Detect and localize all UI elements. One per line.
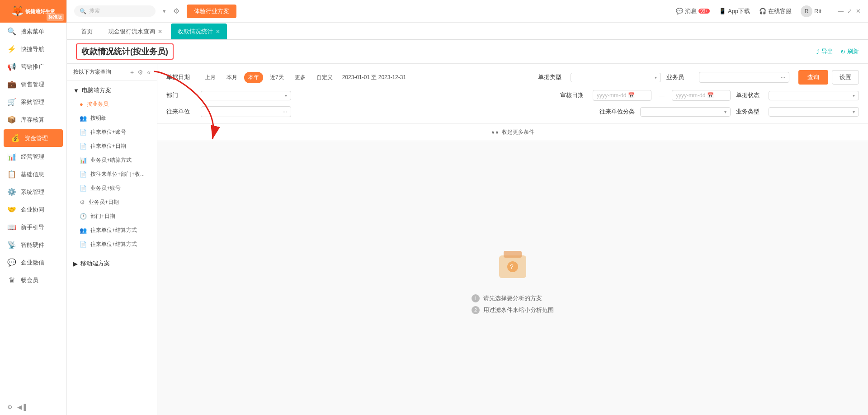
- schema-item-unit-dept[interactable]: 📄 按往来单位+部门+收...: [67, 167, 157, 181]
- tab-bar: 首页 现金银行流水查询 ✕ 收款情况统计 ✕: [67, 23, 868, 40]
- tab-receipts[interactable]: 收款情况统计 ✕: [171, 24, 227, 39]
- sidebar-item-label: 系统管理: [21, 188, 44, 196]
- sidebar-item-quicknav[interactable]: ⚡ 快捷导航: [0, 40, 66, 58]
- refresh-btn[interactable]: ↻ 刷新: [840, 47, 859, 56]
- page-title: 收款情况统计(按业务员): [76, 43, 174, 60]
- schema-item-unit-payment1[interactable]: 👥 往来单位+结算方式: [67, 223, 157, 237]
- tab-cashflow-close[interactable]: ✕: [158, 28, 162, 35]
- mobile-schema-title[interactable]: ▶ 移动端方案: [67, 257, 157, 270]
- sidebar-item-label: 销售管理: [21, 80, 44, 89]
- lightning-icon: ⚡: [7, 45, 16, 53]
- messages-btn[interactable]: 💬 消息 99+: [676, 7, 710, 15]
- setting-btn[interactable]: 设置: [832, 70, 859, 85]
- app-download-btn[interactable]: 📱 App下载: [719, 7, 750, 15]
- tab-cashflow[interactable]: 现金银行流水查询 ✕: [101, 24, 169, 39]
- main-area: 🔍 搜索 ▾ ⚙ 体验行业方案 💬 消息 99+ 📱 App下载 🎧 在线客服 …: [67, 0, 868, 415]
- sidebar-settings-icon[interactable]: ⚙: [7, 404, 13, 410]
- sidebar-item-sales[interactable]: 💼 销售管理: [0, 75, 66, 93]
- expand-icon: ▼: [73, 87, 79, 94]
- sidebar-item-enterprise[interactable]: 🤝 企业协同: [0, 201, 66, 218]
- schema-item-sales-payment[interactable]: 📊 业务员+结算方式: [67, 153, 157, 167]
- version-badge: 标准版: [47, 14, 64, 21]
- topbar-gear-icon[interactable]: ⚙: [173, 7, 179, 15]
- schema-item-label: 业务员+结算方式: [90, 156, 132, 164]
- sidebar-item-purchase[interactable]: 🛒 采购管理: [0, 93, 66, 111]
- sidebar-item-member[interactable]: ♛ 畅会员: [0, 271, 66, 289]
- schema-item-sales-account[interactable]: 📄 业务员+账号: [67, 181, 157, 195]
- sidebar-item-inventory[interactable]: 📦 库存核算: [0, 111, 66, 128]
- counterpart-category-select[interactable]: ▾: [640, 107, 731, 117]
- schema-settings-btn[interactable]: ⚙: [137, 69, 143, 76]
- schema-item-detail[interactable]: 👥 按明细: [67, 111, 157, 125]
- schema-item-unit-payment2[interactable]: 📄 往来单位+结算方式: [67, 237, 157, 251]
- schema-item-label: 按业务员: [87, 100, 108, 108]
- more-dates-btn[interactable]: 更多: [291, 72, 310, 83]
- sidebar-item-basics[interactable]: 📋 基础信息: [0, 165, 66, 183]
- this-month-btn[interactable]: 本月: [222, 72, 241, 83]
- schema-item-label: 往来单位+账号: [90, 128, 126, 136]
- maximize-icon[interactable]: ⤢: [847, 8, 852, 14]
- left-panel-title: 按以下方案查询: [73, 68, 127, 76]
- sidebar-item-marketing[interactable]: 📢 营销推广: [0, 58, 66, 75]
- collapse-bar[interactable]: ∧∧ 收起更多条件: [157, 124, 868, 141]
- this-year-btn[interactable]: 本年: [244, 72, 263, 83]
- app-download-label: App下载: [728, 7, 750, 15]
- sidebar-item-search[interactable]: 🔍 搜索菜单: [0, 23, 66, 40]
- enterprise-icon: 🤝: [7, 205, 16, 214]
- sidebar-item-operations[interactable]: 📊 经营管理: [0, 148, 66, 165]
- tab-home[interactable]: 首页: [74, 24, 99, 39]
- query-btn[interactable]: 查询: [798, 70, 828, 85]
- trial-btn[interactable]: 体验行业方案: [187, 5, 236, 18]
- department-select[interactable]: ▾: [201, 91, 291, 100]
- schema-item-unit-account[interactable]: 📄 往来单位+账号: [67, 125, 157, 139]
- sidebar-collapse-icon[interactable]: ◀▐: [17, 404, 26, 410]
- sidebar-item-guide[interactable]: 📖 新手引导: [0, 218, 66, 236]
- last-7days-btn[interactable]: 近7天: [266, 72, 288, 83]
- topbar-dropdown-icon[interactable]: ▾: [163, 8, 166, 14]
- review-date-to[interactable]: yyyy-mm-dd 📅: [672, 90, 731, 101]
- review-date-from[interactable]: yyyy-mm-dd 📅: [593, 90, 651, 101]
- business-type-select[interactable]: ▾: [769, 107, 859, 117]
- user-avatar[interactable]: R Rit: [801, 5, 821, 17]
- voucher-type-select[interactable]: ▾: [571, 73, 661, 82]
- schema-item-dept-date[interactable]: 🕐 部门+日期: [67, 209, 157, 223]
- date-range-display: 2023-01-01 至 2023-12-31: [342, 74, 406, 81]
- body-area: 按以下方案查询 + ⚙ « ▼ 电脑端方案 ● 按业务员 👥: [67, 64, 868, 415]
- add-schema-btn[interactable]: +: [130, 69, 134, 76]
- sidebar-item-finance[interactable]: 💰 资金管理: [4, 129, 63, 147]
- export-btn[interactable]: ⤴ 导出: [816, 47, 833, 56]
- filter-area: 单据日期 上月 本月 本年 近7天 更多 自定义 2023-01-01 至 20…: [157, 64, 868, 124]
- voucher-status-select[interactable]: ▾: [769, 91, 859, 100]
- schema-item-label: 部门+日期: [90, 212, 115, 220]
- online-service-btn[interactable]: 🎧 在线客服: [759, 7, 792, 15]
- sidebar: 🦊 畅捷通好生意 标准版 🔍 搜索菜单 ⚡ 快捷导航 📢 营销推广 💼 销售管理…: [0, 0, 67, 415]
- sidebar-item-hardware[interactable]: 📡 智能硬件: [0, 236, 66, 254]
- desktop-schema-label: 电脑端方案: [82, 86, 111, 94]
- counterpart-select[interactable]: ···: [201, 106, 291, 117]
- desktop-schema-title[interactable]: ▼ 电脑端方案: [67, 84, 157, 97]
- last-month-btn[interactable]: 上月: [201, 72, 220, 83]
- export-label: 导出: [821, 47, 833, 56]
- unit-dept-icon: 📄: [80, 171, 87, 178]
- counterpart-category-arrow: ▾: [724, 109, 726, 114]
- schema-item-unit-date[interactable]: 📄 往来单位+日期: [67, 139, 157, 153]
- app-logo: 🦊 畅捷通好生意 标准版: [0, 0, 66, 23]
- tab-receipts-close[interactable]: ✕: [216, 28, 220, 35]
- page-header: 收款情况统计(按业务员) ⤴ 导出 ↻ 刷新: [67, 40, 868, 64]
- minimize-icon[interactable]: —: [838, 8, 844, 14]
- mobile-icon: 📱: [719, 8, 726, 14]
- unit-payment1-icon: 👥: [80, 227, 87, 234]
- sidebar-item-wechat[interactable]: 💬 企业微信: [0, 254, 66, 271]
- close-icon[interactable]: ✕: [856, 8, 861, 14]
- schema-item-salesperson[interactable]: ● 按业务员: [67, 97, 157, 111]
- salesperson-select[interactable]: ···: [699, 72, 789, 83]
- topbar-search[interactable]: 🔍 搜索: [74, 5, 156, 17]
- dept-date-icon: 🕐: [80, 213, 87, 220]
- basics-icon: 📋: [7, 170, 16, 179]
- collapse-panel-btn[interactable]: «: [147, 69, 151, 76]
- business-type-arrow: ▾: [853, 109, 855, 114]
- schema-item-sales-date[interactable]: ⚙ 业务员+日期: [67, 195, 157, 209]
- custom-dates-btn[interactable]: 自定义: [312, 72, 337, 83]
- sales-icon: 💼: [7, 80, 16, 89]
- sidebar-item-system[interactable]: ⚙️ 系统管理: [0, 183, 66, 201]
